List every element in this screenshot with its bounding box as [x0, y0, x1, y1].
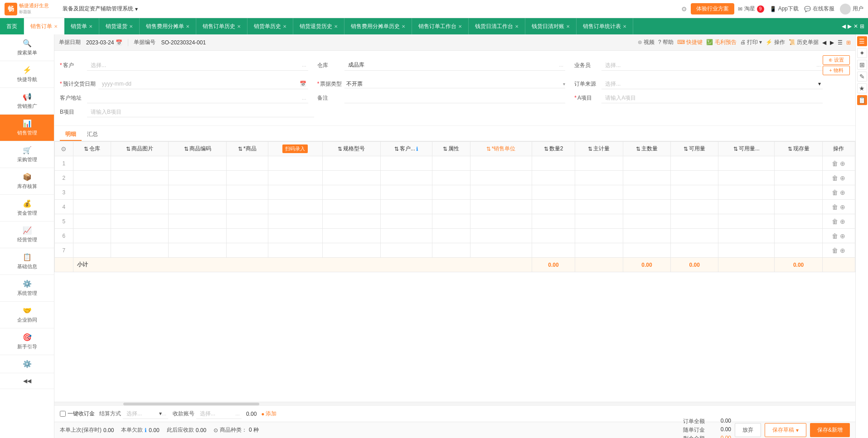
right-panel-btn-3[interactable]: ⊞ [857, 60, 867, 70]
b-project-input[interactable] [89, 108, 312, 116]
sidebar-item-finance[interactable]: 💰 资金管理 [0, 195, 54, 221]
calendar-icon[interactable]: 📅 [116, 39, 122, 46]
cell-image[interactable] [111, 171, 169, 185]
shortcut-btn[interactable]: ⌨ 快捷键 [677, 39, 703, 46]
sort-icon[interactable]: ⇅ [788, 146, 792, 152]
cell-current[interactable] [775, 156, 822, 171]
cell-main-unit[interactable] [575, 229, 623, 243]
cell-image[interactable] [111, 185, 169, 200]
delivery-input[interactable] [100, 80, 300, 88]
prev-record-icon[interactable]: ◀ [822, 39, 826, 46]
sort-icon[interactable]: ⇅ [684, 146, 688, 152]
cell-spec[interactable] [323, 200, 381, 214]
cell-qty2[interactable] [532, 185, 575, 200]
cell-product[interactable] [227, 229, 268, 243]
cell-avail2[interactable] [718, 156, 775, 171]
tab-sales-return[interactable]: 销货退货 ✕ [99, 18, 140, 34]
close-tab-icon[interactable]: ✕ [186, 24, 189, 29]
cell-avail[interactable] [671, 156, 718, 171]
tab-return-history[interactable]: 销货退货历史 ✕ [293, 18, 344, 34]
delete-icon[interactable]: 🗑 [832, 160, 838, 167]
payment-method-input[interactable] [125, 409, 159, 418]
cell-scan[interactable] [268, 200, 322, 214]
tab-home[interactable]: 首页 [0, 18, 24, 34]
cell-scan[interactable] [268, 214, 322, 229]
messages-item[interactable]: ✉ 淘星 9 [738, 5, 764, 13]
close-tab-icon[interactable]: ✕ [458, 24, 462, 29]
cell-avail[interactable] [671, 243, 718, 258]
cell-avail[interactable] [671, 171, 718, 185]
a-project-input[interactable] [603, 94, 821, 102]
staff-expand-icon[interactable]: … [816, 63, 821, 67]
cell-current[interactable] [775, 171, 822, 185]
cell-code[interactable] [169, 243, 227, 258]
sidebar-item-search[interactable]: 🔍 搜索菜单 [0, 34, 54, 61]
staff-input[interactable] [603, 61, 816, 69]
cell-attr[interactable] [432, 200, 470, 214]
cell-main-qty[interactable] [623, 200, 670, 214]
cell-warehouse[interactable] [73, 156, 111, 171]
sort-icon[interactable]: ⇅ [184, 146, 189, 152]
sort-icon[interactable]: ⇅ [394, 146, 399, 152]
cell-scan[interactable] [268, 185, 322, 200]
warehouse-input[interactable] [346, 61, 559, 69]
sidebar-item-settings[interactable]: ⚙️ [0, 355, 54, 373]
set-btn[interactable]: ⊕ 设置 [823, 55, 850, 65]
copy-icon[interactable]: ⊕ [840, 203, 845, 211]
sort-icon[interactable]: ⇅ [338, 146, 342, 152]
customer-expand-icon[interactable]: … [302, 63, 306, 67]
cell-warehouse[interactable] [73, 229, 111, 243]
method-expand-icon[interactable]: … [162, 411, 166, 416]
sidebar-item-enterprise[interactable]: 🤝 企业协同 [0, 302, 54, 328]
tab-cash-workbench[interactable]: 钱货日清工作台 ✕ [469, 18, 525, 34]
cell-avail[interactable] [671, 229, 718, 243]
maximize-icon[interactable]: ⊞ [860, 23, 864, 29]
cell-avail2[interactable] [718, 185, 775, 200]
sidebar-item-system[interactable]: ⚙️ 系统管理 [0, 275, 54, 302]
a-project-wrap[interactable] [601, 93, 823, 103]
cell-customer-code[interactable] [380, 156, 432, 171]
cell-main-unit[interactable] [575, 171, 623, 185]
grid-view-icon[interactable]: ☰ [838, 39, 843, 46]
close-tab-icon[interactable]: ✕ [566, 24, 570, 29]
cell-image[interactable] [111, 156, 169, 171]
payment-account-input[interactable] [198, 409, 235, 418]
staff-input-wrap[interactable]: … [601, 60, 823, 71]
sort-icon[interactable]: ⇅ [733, 146, 738, 152]
delete-icon[interactable]: 🗑 [832, 232, 838, 240]
copy-icon[interactable]: ⊕ [840, 174, 845, 182]
right-panel-btn-4[interactable]: ✎ [857, 72, 867, 82]
delete-icon[interactable]: 🗑 [832, 174, 838, 182]
delete-icon[interactable]: 🗑 [832, 189, 838, 196]
close-tab-icon[interactable]: ✕ [402, 24, 405, 29]
cell-scan[interactable] [268, 243, 322, 258]
sidebar-item-purchase[interactable]: 🛒 采购管理 [0, 141, 54, 168]
cell-customer-code[interactable] [380, 214, 432, 229]
cell-product[interactable] [227, 185, 268, 200]
close-tab-icon[interactable]: ✕ [54, 24, 58, 29]
cell-main-qty[interactable] [623, 214, 670, 229]
sort-icon[interactable]: ⇅ [126, 146, 131, 152]
sidebar-item-basic[interactable]: 📋 基础信息 [0, 248, 54, 275]
cell-qty2[interactable] [532, 214, 575, 229]
cell-qty2[interactable] [532, 200, 575, 214]
cell-product[interactable] [227, 200, 268, 214]
tab-goods-history[interactable]: 销货单历史 ✕ [247, 18, 293, 34]
tab-sales-order[interactable]: 销售订单 ✕ [24, 18, 64, 34]
tab-sales-goods[interactable]: 销货单 ✕ [64, 18, 99, 34]
cell-avail2[interactable] [718, 200, 775, 214]
close-tab-icon[interactable]: ✕ [89, 24, 92, 29]
scroll-track[interactable] [54, 402, 855, 405]
col-settings-icon[interactable]: ⚙ [61, 145, 67, 153]
close-tab-icon[interactable]: ✕ [623, 24, 626, 29]
close-tab-icon[interactable]: ✕ [129, 24, 133, 29]
cell-avail[interactable] [671, 185, 718, 200]
sidebar-item-guide[interactable]: 🎯 新手引导 [0, 328, 54, 355]
right-panel-btn-1[interactable]: ☰ [857, 36, 867, 46]
tabs-more[interactable]: ◀ ▶ ✕ ⊞ [838, 23, 868, 29]
one-click-deposit-checkbox[interactable] [60, 411, 66, 417]
cell-code[interactable] [169, 229, 227, 243]
copy-icon[interactable]: ⊕ [840, 189, 845, 196]
cell-current[interactable] [775, 243, 822, 258]
cell-main-qty[interactable] [623, 156, 670, 171]
